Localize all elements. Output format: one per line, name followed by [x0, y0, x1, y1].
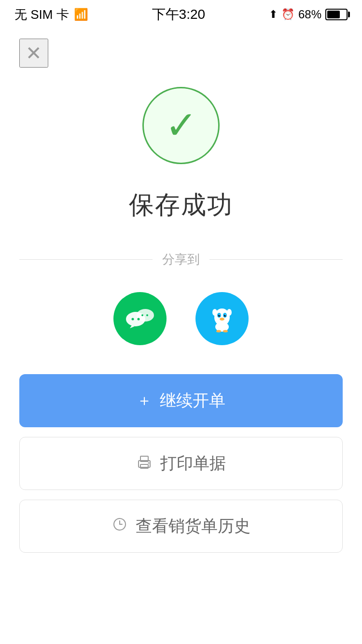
- success-title: 保存成功: [129, 188, 233, 222]
- svg-point-16: [216, 330, 221, 333]
- checkmark-icon: ✓: [165, 106, 197, 145]
- svg-point-15: [218, 324, 226, 331]
- wechat-icon: [123, 302, 157, 336]
- wechat-share-button[interactable]: [113, 292, 167, 345]
- divider-line-right: [209, 259, 343, 260]
- success-icon-circle: ✓: [142, 87, 220, 164]
- action-buttons: ＋ 继续开单 打印单据 查: [19, 374, 343, 553]
- status-right: ⬆ ⏰ 68%: [269, 8, 348, 21]
- svg-point-19: [227, 309, 232, 316]
- svg-point-2: [132, 318, 134, 321]
- print-label: 打印单据: [160, 452, 226, 475]
- location-icon: ⬆: [269, 8, 278, 21]
- svg-point-23: [148, 462, 150, 463]
- history-button[interactable]: 查看销货单历史: [19, 500, 343, 553]
- qq-icon: [207, 304, 237, 334]
- svg-point-17: [223, 330, 228, 333]
- history-icon: [111, 516, 128, 536]
- carrier-text: 无 SIM 卡: [14, 6, 69, 23]
- print-icon: [136, 454, 153, 474]
- svg-point-4: [141, 314, 143, 316]
- qq-share-button[interactable]: [195, 292, 249, 345]
- battery-icon: [325, 9, 348, 20]
- status-carrier: 无 SIM 卡 📶: [14, 6, 88, 23]
- continue-label: 继续开单: [160, 390, 225, 412]
- status-bar: 无 SIM 卡 📶 下午3:20 ⬆ ⏰ 68%: [0, 0, 362, 29]
- svg-point-9: [220, 315, 221, 316]
- svg-point-12: [225, 315, 226, 316]
- plus-icon: ＋: [137, 390, 152, 411]
- svg-point-13: [220, 318, 224, 321]
- wifi-icon: 📶: [74, 8, 88, 21]
- status-time: 下午3:20: [152, 5, 206, 24]
- svg-point-18: [212, 309, 217, 316]
- battery-percent: 68%: [298, 8, 321, 21]
- share-icons: [19, 292, 343, 345]
- main-content: ✕ ✓ 保存成功 分享到: [0, 29, 362, 644]
- share-divider: 分享到: [19, 251, 343, 268]
- continue-button[interactable]: ＋ 继续开单: [19, 374, 343, 427]
- svg-point-5: [146, 314, 148, 316]
- print-button[interactable]: 打印单据: [19, 437, 343, 490]
- share-label: 分享到: [162, 251, 200, 268]
- close-button[interactable]: ✕: [19, 39, 48, 68]
- divider-line-left: [19, 259, 153, 260]
- close-icon: ✕: [26, 43, 42, 63]
- history-label: 查看销货单历史: [136, 515, 251, 537]
- svg-point-3: [138, 318, 140, 321]
- alarm-icon: ⏰: [281, 8, 294, 21]
- share-section: 分享到: [19, 251, 343, 345]
